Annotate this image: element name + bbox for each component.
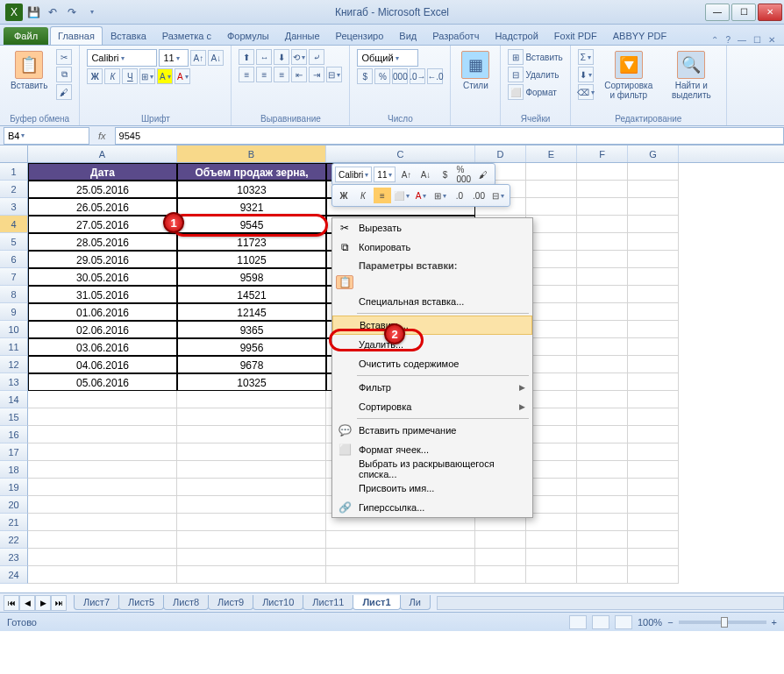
currency-icon[interactable]: $ — [357, 68, 373, 84]
zoom-in-icon[interactable]: + — [772, 617, 777, 628]
row-header[interactable]: 18 — [0, 461, 28, 479]
cell[interactable] — [28, 549, 177, 566]
cell[interactable]: 9545 — [177, 216, 326, 233]
row-header[interactable]: 16 — [0, 426, 28, 443]
align-right-icon[interactable]: ≡ — [274, 67, 289, 82]
mini-bold-icon[interactable]: Ж — [335, 188, 353, 203]
cell[interactable] — [28, 514, 177, 531]
row-header[interactable]: 22 — [0, 531, 28, 549]
cell[interactable] — [326, 549, 475, 566]
cell[interactable] — [526, 338, 577, 356]
cell[interactable] — [577, 198, 628, 216]
cell[interactable] — [628, 198, 679, 216]
minimize-button[interactable]: — — [705, 4, 730, 21]
styles-button[interactable]: ▦ Стили — [458, 49, 493, 92]
cell[interactable] — [526, 549, 577, 566]
tab-abbyy[interactable]: ABBYY PDF — [605, 26, 675, 45]
cell[interactable]: 26.05.2016 — [28, 198, 177, 216]
cell[interactable] — [628, 496, 679, 514]
row-header[interactable]: 17 — [0, 443, 28, 461]
underline-button[interactable]: Ч — [122, 68, 138, 84]
zoom-out-icon[interactable]: − — [667, 617, 673, 628]
row-header[interactable]: 7 — [0, 268, 28, 286]
comma-icon[interactable]: 000 — [392, 68, 408, 84]
row-header[interactable]: 11 — [0, 338, 28, 356]
tab-layout[interactable]: Разметка с — [154, 26, 219, 45]
formula-input[interactable]: 9545 — [115, 127, 784, 145]
cell[interactable]: 30.05.2016 — [28, 268, 177, 286]
align-center-icon[interactable]: ≡ — [256, 67, 272, 82]
cell[interactable] — [577, 514, 628, 531]
cell[interactable] — [577, 496, 628, 514]
row-header[interactable]: 23 — [0, 549, 28, 566]
cell[interactable]: Дата — [28, 163, 177, 181]
cell[interactable] — [28, 408, 177, 426]
cell[interactable]: 01.06.2016 — [28, 303, 177, 321]
cell[interactable] — [577, 251, 628, 268]
cell[interactable] — [577, 461, 628, 479]
col-header-C[interactable]: C — [326, 145, 475, 162]
row-header[interactable]: 24 — [0, 566, 28, 584]
mini-italic-icon[interactable]: К — [354, 188, 372, 203]
cell[interactable] — [526, 163, 577, 181]
cell[interactable] — [28, 531, 177, 549]
fill-icon[interactable]: ⬇ — [578, 67, 594, 82]
cell[interactable]: 05.06.2016 — [28, 373, 177, 391]
cell[interactable] — [577, 216, 628, 233]
sheet-tab[interactable]: Лист1 — [353, 595, 400, 610]
row-header[interactable]: 10 — [0, 321, 28, 338]
page-layout-view-icon[interactable] — [592, 615, 609, 629]
row-header[interactable]: 15 — [0, 408, 28, 426]
row-header[interactable]: 19 — [0, 479, 28, 496]
cell[interactable] — [628, 163, 679, 181]
cell[interactable] — [628, 566, 679, 584]
cell[interactable]: 31.05.2016 — [28, 286, 177, 303]
cell[interactable]: 03.06.2016 — [28, 338, 177, 356]
cell[interactable]: 9365 — [177, 321, 326, 338]
cell[interactable]: 28.05.2016 — [28, 233, 177, 251]
cell[interactable] — [628, 531, 679, 549]
row-header[interactable]: 12 — [0, 356, 28, 373]
mini-percent-icon[interactable]: % 000 — [455, 167, 473, 182]
number-format-combo[interactable]: Общий — [357, 49, 418, 67]
cell[interactable] — [475, 531, 526, 549]
row-header[interactable]: 6 — [0, 251, 28, 268]
mini-font-combo[interactable]: Calibri — [335, 167, 372, 182]
cell[interactable] — [177, 514, 326, 531]
cell[interactable] — [526, 426, 577, 443]
mini-fill-icon[interactable]: ⬜ — [393, 188, 410, 203]
paste-button[interactable]: 📋 Вставить — [7, 49, 51, 92]
cell[interactable] — [526, 268, 577, 286]
cell[interactable] — [177, 566, 326, 584]
cell[interactable] — [628, 356, 679, 373]
cell[interactable] — [577, 321, 628, 338]
cell[interactable] — [177, 531, 326, 549]
cell[interactable] — [177, 391, 326, 408]
name-box[interactable]: B4 — [4, 127, 89, 145]
insert-cells-label[interactable]: Вставить — [525, 53, 562, 62]
cell[interactable] — [526, 461, 577, 479]
bold-button[interactable]: Ж — [87, 68, 103, 84]
ctx-cut[interactable]: ✂Вырезать — [332, 218, 532, 238]
maximize-button[interactable]: ☐ — [731, 4, 756, 21]
mini-border-icon[interactable]: ⊞ — [431, 188, 449, 203]
cell[interactable] — [577, 566, 628, 584]
cell[interactable] — [526, 566, 577, 584]
merge-icon[interactable]: ⊟ — [326, 67, 342, 82]
qat-customize-icon[interactable] — [82, 4, 100, 21]
row-header[interactable]: 3 — [0, 198, 28, 216]
row-header[interactable]: 8 — [0, 286, 28, 303]
clear-icon[interactable]: ⌫ — [578, 84, 594, 100]
ctx-clear[interactable]: Очистить содержимое — [332, 354, 532, 373]
ribbon-minimize-icon[interactable]: ⌃ — [711, 35, 718, 45]
cell[interactable]: 9598 — [177, 268, 326, 286]
cell[interactable]: 10325 — [177, 373, 326, 391]
tab-insert[interactable]: Вставка — [103, 26, 154, 45]
cell[interactable] — [177, 408, 326, 426]
mini-grow-font-icon[interactable]: A↑ — [397, 167, 415, 182]
redo-icon[interactable]: ↷ — [63, 4, 81, 21]
worksheet-grid[interactable]: A B C D E F G 1ДатаОбъем продаж зерна,22… — [0, 145, 784, 592]
find-select-button[interactable]: 🔍 Найти и выделить — [664, 49, 719, 102]
cell[interactable] — [628, 251, 679, 268]
ctx-paste-special[interactable]: Специальная вставка... — [332, 292, 532, 311]
